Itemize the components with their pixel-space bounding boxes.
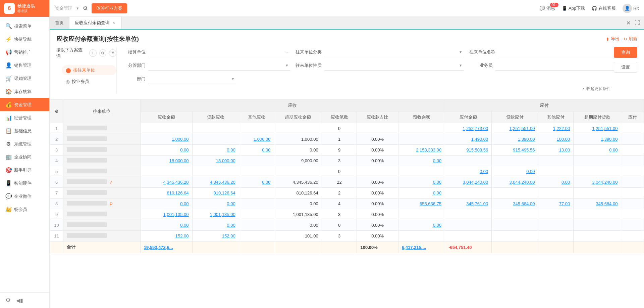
row-recv-loan-2[interactable]: 0.00 — [192, 145, 239, 156]
export-button[interactable]: ⬆ 导出 — [606, 36, 620, 42]
promo-button[interactable]: 体验行业方案 — [92, 3, 127, 13]
row-recv-amt-6[interactable]: 810,126.64 — [140, 188, 192, 199]
dept-supervisor-select[interactable]: ▾ — [148, 60, 290, 71]
row-pay-amt-4[interactable]: 0.00 — [445, 166, 492, 177]
query-button[interactable]: 查询 — [614, 47, 637, 58]
row-recv-loan-5[interactable]: 4,345,436.20 — [192, 177, 239, 188]
collapse-more-btn[interactable]: ∧ 收起更多条件 — [122, 84, 610, 94]
sidebar-item-enterprise[interactable]: 🏢 企业协同 — [0, 150, 49, 164]
col-settings-header[interactable]: ⚙ — [50, 100, 63, 123]
row-recv-loan-7[interactable]: 0.00 — [192, 199, 239, 209]
row-pay-other-7[interactable]: 77.00 — [538, 199, 574, 209]
tab-fullscreen-icon[interactable]: ⛶ — [635, 20, 640, 26]
row-pay-overdue-7[interactable]: 345,684.00 — [574, 199, 621, 209]
row-pay-loan-5[interactable]: 3,044,240.00 — [492, 177, 538, 188]
header-gear-icon[interactable]: ⚙ — [83, 5, 88, 11]
sidebar-item-wechat[interactable]: 💬 企业微信 — [0, 190, 49, 203]
sidebar-item-sales[interactable]: 👤 销售管理 — [0, 59, 49, 72]
sidebar-item-search-menu[interactable]: 🔍 搜索菜单 — [0, 19, 49, 33]
row-pay-other-0[interactable]: 1,222.00 — [538, 123, 574, 134]
edit-scheme-btn[interactable]: ⚙ — [99, 49, 107, 57]
row-pay-overdue-1[interactable]: 1,390.00 — [574, 134, 621, 145]
partner-nature-select[interactable]: ▾ — [324, 60, 464, 71]
table-row: 8 P 0.00 0.00 0.00 4 0.00% 655,636.75 34… — [50, 199, 644, 209]
row-recv-amt-10[interactable]: 152.00 — [140, 231, 192, 241]
row-recv-other-5[interactable]: 0.00 — [239, 177, 274, 188]
footer-recv-amt[interactable]: 19,553,472,6... — [140, 241, 192, 253]
row-pay-amt-7[interactable]: 345,761.00 — [445, 199, 492, 209]
row-pay-other-1[interactable]: 100.00 — [538, 134, 574, 145]
row-partner-10 — [63, 231, 141, 241]
messages-btn[interactable]: 💬 消息 99+ — [540, 5, 555, 11]
settlement-unit-dots[interactable]: ··· — [284, 49, 288, 54]
sub-nav-by-salesperson[interactable]: ◎ 按业务员 — [62, 77, 116, 87]
row-recv-loan-10[interactable]: 152.00 — [192, 231, 239, 241]
row-pay-amt-1[interactable]: 1,490.00 — [445, 134, 492, 145]
row-pay-amt-0[interactable]: 1,252,773.00 — [445, 123, 492, 134]
row-pay-loan-0[interactable]: 1,251,551.00 — [492, 123, 538, 134]
row-recv-loan-3[interactable]: 18,000.00 — [192, 156, 239, 166]
settings-button[interactable]: 设置 — [614, 62, 637, 73]
row-recv-amt-5[interactable]: 4,345,436.20 — [140, 177, 192, 188]
row-recv-other-1[interactable]: 1,000.00 — [239, 134, 274, 145]
row-recv-other-2[interactable]: 0.00 — [239, 145, 274, 156]
tab-home[interactable]: 首页 — [50, 17, 69, 29]
user-avatar[interactable]: 👤 Rit — [623, 4, 639, 13]
row-recv-amt-9[interactable]: 0.00 — [140, 220, 192, 231]
row-pay-overdue-0[interactable]: 1,251,551.00 — [574, 123, 621, 134]
footer-recv-prepaid[interactable]: 6,417,215.... — [398, 241, 445, 253]
sidebar-item-hardware[interactable]: 📱 智能硬件 — [0, 177, 49, 190]
row-recv-prepaid-6[interactable]: 0.00 — [398, 188, 445, 199]
partner-category-select[interactable]: ▾ — [324, 47, 464, 57]
row-recv-prepaid-2[interactable]: 2,153,333.00 — [398, 145, 445, 156]
sidebar-item-marketing[interactable]: 📢 营销推广 — [0, 46, 49, 59]
collapse-scheme-btn[interactable]: « — [109, 49, 116, 57]
row-pay-other-2[interactable]: 13.00 — [538, 145, 574, 156]
header-dropdown-arrow[interactable]: ▾ — [76, 6, 79, 11]
dept-select[interactable]: ▾ — [148, 74, 236, 84]
username-label: Rit — [633, 6, 639, 11]
row-recv-loan-8[interactable]: 1,001,135.00 — [192, 209, 239, 220]
settlement-unit-select[interactable]: ··· — [148, 47, 290, 57]
tab-current[interactable]: 应收应付余额查询 × — [69, 17, 122, 29]
sidebar-item-operations[interactable]: 📊 经营管理 — [0, 111, 49, 124]
row-recv-amt-1[interactable]: 1,000.00 — [140, 134, 192, 145]
sidebar-item-guide[interactable]: 🎯 新手引导 — [0, 164, 49, 177]
sidebar-item-quick-nav[interactable]: ⚡ 快捷导航 — [0, 33, 49, 46]
row-pay-other-5[interactable]: 0.00 — [538, 177, 574, 188]
row-recv-amt-2[interactable]: 0.00 — [140, 145, 192, 156]
row-pay-loan-4[interactable]: 0.00 — [492, 166, 538, 177]
sidebar-item-basic-info[interactable]: 📋 基础信息 — [0, 124, 49, 137]
row-recv-loan-6[interactable]: 810,126.64 — [192, 188, 239, 199]
sidebar-collapse-btn[interactable]: ◀▮ — [16, 297, 23, 304]
row-pay-amt-2[interactable]: 915,508.56 — [445, 145, 492, 156]
row-recv-prepaid-9[interactable]: 0.00 — [398, 220, 445, 231]
app-download-btn[interactable]: 📱 App下载 — [562, 5, 585, 11]
row-pay-overdue-5[interactable]: 3,044,240.00 — [574, 177, 621, 188]
table-settings-icon[interactable]: ⚙ — [55, 109, 59, 114]
row-pay-overdue-2[interactable]: 0.00 — [574, 145, 621, 156]
row-pay-amt-5[interactable]: 3,044,240.00 — [445, 177, 492, 188]
add-scheme-btn[interactable]: + — [89, 49, 97, 57]
row-recv-prepaid-7[interactable]: 655,636.75 — [398, 199, 445, 209]
sidebar-item-finance[interactable]: 💰 资金管理 — [0, 98, 49, 111]
row-pay-loan-2[interactable]: 915,495.56 — [492, 145, 538, 156]
row-recv-loan-9[interactable]: 0.00 — [192, 220, 239, 231]
row-recv-amt-3[interactable]: 18,000.00 — [140, 156, 192, 166]
row-recv-prepaid-5[interactable]: 0.00 — [398, 177, 445, 188]
row-pay-loan-7[interactable]: 345,684.00 — [492, 199, 538, 209]
row-recv-prepaid-3[interactable]: 0.00 — [398, 156, 445, 166]
refresh-button[interactable]: ↻ 刷新 — [624, 36, 637, 42]
sidebar-settings-btn[interactable]: ⚙ — [5, 297, 11, 304]
sidebar-item-system[interactable]: ⚙ 系统管理 — [0, 137, 49, 150]
tab-close-icon[interactable]: ✕ — [626, 20, 631, 26]
sidebar-item-member[interactable]: 👑 畅会员 — [0, 203, 49, 216]
tab-close-btn[interactable]: × — [112, 20, 116, 26]
row-recv-amt-8[interactable]: 1,001,135.00 — [140, 209, 192, 220]
row-recv-amt-7[interactable]: 0.00 — [140, 199, 192, 209]
row-pay-loan-1[interactable]: 1,390.00 — [492, 134, 538, 145]
sidebar-item-purchase[interactable]: 🛒 采购管理 — [0, 72, 49, 85]
sub-nav-by-partner[interactable]: ⬤ 按往来单位 — [62, 65, 116, 75]
sidebar-item-inventory[interactable]: 🏠 库存核算 — [0, 85, 49, 98]
online-service-btn[interactable]: 🎧 在线客服 — [592, 5, 616, 11]
